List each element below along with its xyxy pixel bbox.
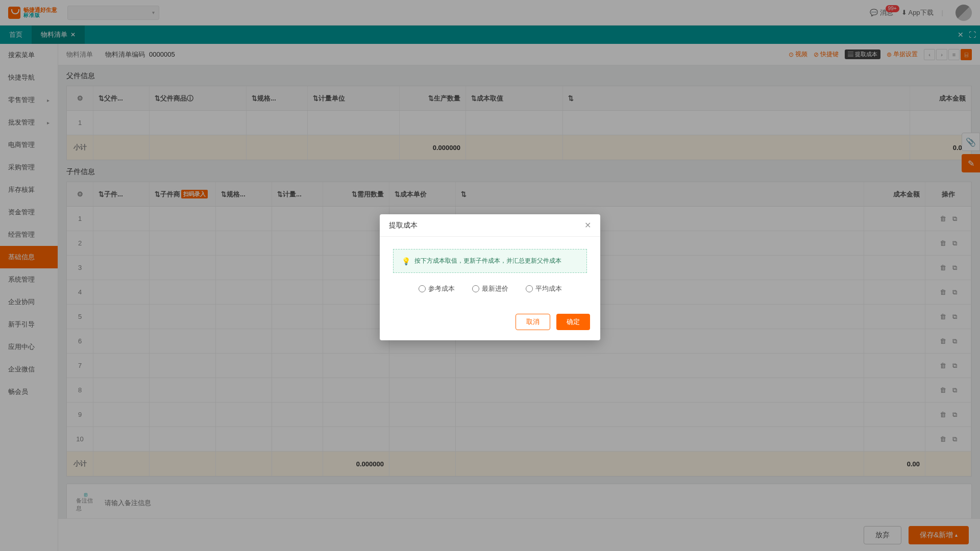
modal-title: 提取成本: [389, 221, 418, 230]
close-icon[interactable]: ✕: [584, 220, 591, 230]
radio-avg-cost[interactable]: 平均成本: [526, 284, 562, 293]
radio-latest-price[interactable]: 最新进价: [472, 284, 508, 293]
extract-cost-modal: 提取成本 ✕ 💡 按下方成本取值，更新子件成本，并汇总更新父件成本 参考成本 最…: [380, 214, 600, 340]
ok-button[interactable]: 确定: [556, 314, 590, 330]
modal-body: 💡 按下方成本取值，更新子件成本，并汇总更新父件成本 参考成本 最新进价 平均成…: [380, 237, 600, 307]
modal-tip: 💡 按下方成本取值，更新子件成本，并汇总更新父件成本: [393, 249, 587, 273]
modal-footer: 取消 确定: [380, 307, 600, 340]
radio-group: 参考成本 最新进价 平均成本: [393, 284, 587, 293]
radio-ref-cost[interactable]: 参考成本: [419, 284, 455, 293]
bulb-icon: 💡: [402, 257, 410, 265]
modal-header: 提取成本 ✕: [380, 214, 600, 237]
modal-mask[interactable]: 提取成本 ✕ 💡 按下方成本取值，更新子件成本，并汇总更新父件成本 参考成本 最…: [0, 0, 980, 551]
cancel-button[interactable]: 取消: [516, 314, 550, 330]
